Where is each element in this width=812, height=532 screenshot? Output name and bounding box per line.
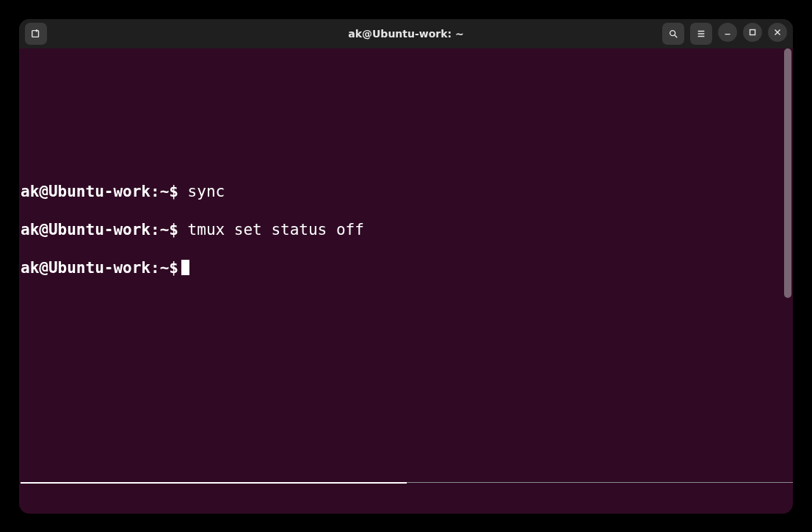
cursor xyxy=(181,260,189,275)
shell-prompt: ak@Ubuntu-work:~$ xyxy=(21,183,178,200)
divider-inactive-segment xyxy=(407,482,793,483)
minimize-button[interactable] xyxy=(718,23,737,42)
shell-cmd: sync xyxy=(188,183,225,200)
terminal-body[interactable]: ak@Ubuntu-work:~$ sync ak@Ubuntu-work:~$… xyxy=(19,48,793,514)
terminal-window: ak@Ubuntu-work: ~ xyxy=(19,19,793,514)
shell-line: ak@Ubuntu-work:~$ sync xyxy=(21,182,793,201)
close-icon xyxy=(772,27,783,37)
search-icon xyxy=(668,29,678,39)
shell-prompt: ak@Ubuntu-work:~$ xyxy=(21,259,178,277)
titlebar: ak@Ubuntu-work: ~ xyxy=(19,19,793,48)
shell-line: ak@Ubuntu-work:~$ xyxy=(21,258,793,277)
new-tab-button[interactable] xyxy=(25,23,47,45)
shell-line: ak@Ubuntu-work:~$ tmux set status off xyxy=(21,220,793,239)
close-button[interactable] xyxy=(768,23,787,42)
minimize-icon xyxy=(722,27,733,37)
maximize-button[interactable] xyxy=(743,23,762,42)
svg-rect-0 xyxy=(32,31,39,37)
new-tab-icon xyxy=(31,29,41,39)
tmux-pane-divider[interactable] xyxy=(21,482,793,484)
shell-prompt: ak@Ubuntu-work:~$ xyxy=(21,221,178,238)
search-button[interactable] xyxy=(662,23,684,45)
menu-button[interactable] xyxy=(690,23,712,45)
maximize-icon xyxy=(747,27,758,37)
hamburger-icon xyxy=(696,29,706,39)
divider-active-segment xyxy=(21,482,407,484)
svg-line-4 xyxy=(675,35,678,38)
shell-cmd: tmux set status off xyxy=(188,221,364,238)
tmux-pane-shell[interactable]: ak@Ubuntu-work:~$ sync ak@Ubuntu-work:~$… xyxy=(21,163,793,406)
svg-rect-9 xyxy=(750,30,755,35)
svg-point-3 xyxy=(670,31,675,36)
